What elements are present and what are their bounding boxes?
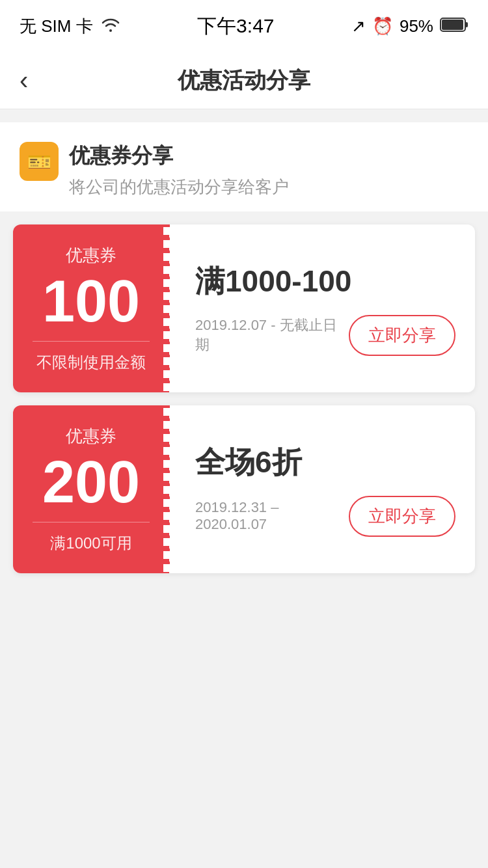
svg-rect-2 xyxy=(442,20,463,30)
coupon-value-1: 100 xyxy=(42,272,140,331)
coupon-card-1: 优惠券 100 不限制使用金额 满1000-100 2019.12.07 - 无… xyxy=(13,224,475,392)
alarm-icon: ⏰ xyxy=(372,16,393,36)
nav-bar: ‹ 优惠活动分享 xyxy=(0,52,488,109)
section-text: 优惠券分享 将公司的优惠活动分享给客户 xyxy=(69,142,289,198)
coupon-divider-1 xyxy=(33,341,150,342)
coupon-date-2: 2019.12.31 – 2020.01.07 xyxy=(195,499,349,533)
coupon-type-1: 优惠券 xyxy=(66,244,116,267)
empty-area xyxy=(0,573,488,868)
location-icon: ↗ xyxy=(351,16,366,36)
coupon-left-1: 优惠券 100 不限制使用金额 xyxy=(13,224,169,392)
coupon-bottom-2: 2019.12.31 – 2020.01.07 立即分享 xyxy=(195,496,455,537)
coupon-date-1: 2019.12.07 - 无截止日期 xyxy=(195,316,349,355)
status-bar: 无 SIM 卡 下午3:47 ↗ ⏰ 95% xyxy=(0,0,488,52)
section-subtitle: 将公司的优惠活动分享给客户 xyxy=(69,176,289,198)
status-time: 下午3:47 xyxy=(197,13,274,40)
section-header: 🎫 优惠券分享 将公司的优惠活动分享给客户 xyxy=(0,122,488,211)
coupon-name-2: 全场6折 xyxy=(195,442,455,483)
coupon-condition-2: 满1000可用 xyxy=(50,533,131,554)
coupon-divider-2 xyxy=(33,522,150,522)
section-title: 优惠券分享 xyxy=(69,142,289,170)
coupon-right-2: 全场6折 2019.12.31 – 2020.01.07 立即分享 xyxy=(169,405,475,573)
coupon-condition-1: 不限制使用金额 xyxy=(36,352,146,373)
battery-icon xyxy=(440,16,468,36)
share-button-1[interactable]: 立即分享 xyxy=(349,315,455,356)
coupon-right-1: 满1000-100 2019.12.07 - 无截止日期 立即分享 xyxy=(169,224,475,392)
coupon-value-2: 200 xyxy=(42,453,140,511)
coupon-name-1: 满1000-100 xyxy=(195,262,455,302)
page-title: 优惠活动分享 xyxy=(178,66,310,96)
coupon-left-2: 优惠券 200 满1000可用 xyxy=(13,405,169,573)
svg-rect-1 xyxy=(465,22,468,27)
wifi-icon xyxy=(101,16,120,36)
section-icon: 🎫 xyxy=(20,142,59,181)
coupons-container: 优惠券 100 不限制使用金额 满1000-100 2019.12.07 - 无… xyxy=(0,224,488,573)
carrier-text: 无 SIM 卡 xyxy=(20,15,93,38)
share-button-2[interactable]: 立即分享 xyxy=(349,496,455,537)
coupon-type-2: 优惠券 xyxy=(66,425,116,448)
back-button[interactable]: ‹ xyxy=(20,66,28,95)
status-right: ↗ ⏰ 95% xyxy=(351,16,468,36)
battery-text: 95% xyxy=(400,16,433,36)
coupon-bottom-1: 2019.12.07 - 无截止日期 立即分享 xyxy=(195,315,455,356)
status-left: 无 SIM 卡 xyxy=(20,15,120,38)
coupon-card-2: 优惠券 200 满1000可用 全场6折 2019.12.31 – 2020.0… xyxy=(13,405,475,573)
